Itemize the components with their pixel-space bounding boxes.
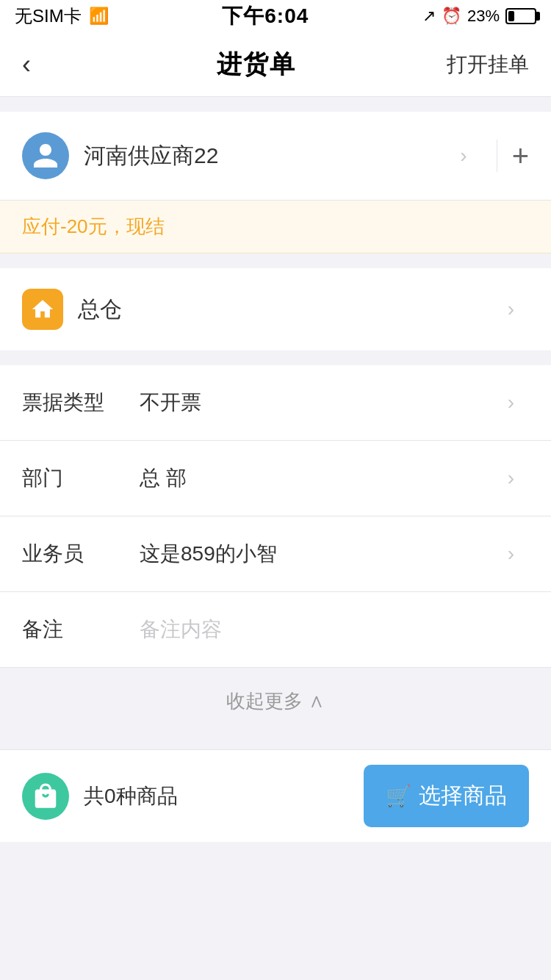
status-bar: 无SIM卡 📶 下午6:04 ↗ ⏰ 23% (0, 0, 551, 32)
section-gap-3 (0, 350, 551, 365)
collapse-button[interactable]: 收起更多 ∧ (0, 668, 551, 735)
remark-row[interactable]: 备注 备注内容 (0, 592, 551, 668)
department-label: 部门 (22, 464, 125, 492)
warehouse-chevron-icon: › (508, 298, 514, 321)
notice-bar: 应付-20元，现结 (0, 201, 551, 253)
product-count-label: 共0种商品 (84, 782, 364, 810)
department-chevron-icon: › (508, 466, 514, 490)
alarm-icon: ⏰ (442, 7, 461, 26)
person-icon (31, 141, 60, 170)
battery-percent: 23% (467, 7, 500, 26)
open-pending-button[interactable]: 打开挂单 (447, 51, 529, 79)
notice-text: 应付-20元，现结 (22, 215, 165, 237)
remark-input[interactable]: 备注内容 (140, 616, 529, 644)
add-supplier-button[interactable]: + (512, 140, 529, 173)
salesperson-value: 这是859的小智 (140, 540, 508, 568)
form-section: 票据类型 不开票 › 部门 总 部 › 业务员 这是859的小智 › 备注 备注… (0, 365, 551, 668)
select-product-button[interactable]: 🛒 选择商品 (364, 765, 529, 827)
supplier-chevron-icon: › (460, 144, 467, 167)
section-gap-2 (0, 253, 551, 268)
section-gap-1 (0, 97, 551, 112)
department-value: 总 部 (140, 464, 508, 492)
battery-icon (505, 8, 536, 24)
warehouse-section[interactable]: 总仓 › (0, 268, 551, 350)
product-icon (22, 773, 69, 820)
page-title: 进货单 (217, 48, 296, 82)
warehouse-row[interactable]: 总仓 › (0, 268, 551, 350)
invoice-chevron-icon: › (508, 391, 514, 414)
time-label: 下午6:04 (222, 2, 309, 30)
warehouse-name: 总仓 (78, 295, 508, 325)
remark-label: 备注 (22, 616, 125, 644)
supplier-avatar (22, 132, 69, 179)
invoice-label: 票据类型 (22, 389, 125, 417)
wifi-icon: 📶 (89, 7, 109, 26)
salesperson-chevron-icon: › (508, 542, 514, 566)
status-left: 无SIM卡 📶 (15, 4, 109, 28)
nav-bar: ‹ 进货单 打开挂单 (0, 32, 551, 97)
collapse-label: 收起更多 ∧ (226, 690, 324, 712)
salesperson-row[interactable]: 业务员 这是859的小智 › (0, 516, 551, 592)
salesperson-label: 业务员 (22, 540, 125, 568)
battery-fill (508, 11, 514, 21)
status-right: ↗ ⏰ 23% (422, 7, 536, 26)
select-btn-label: 选择商品 (419, 781, 507, 811)
invoice-value: 不开票 (140, 389, 508, 417)
bottom-bar: 共0种商品 🛒 选择商品 (0, 749, 551, 842)
warehouse-icon (22, 289, 63, 330)
supplier-section: 河南供应商22 › + 应付-20元，现结 (0, 112, 551, 253)
supplier-divider (497, 140, 497, 172)
select-btn-icon: 🛒 (386, 784, 411, 808)
location-icon: ↗ (422, 7, 436, 26)
back-button[interactable]: ‹ (22, 49, 66, 80)
invoice-row[interactable]: 票据类型 不开票 › (0, 365, 551, 441)
department-row[interactable]: 部门 总 部 › (0, 441, 551, 516)
house-icon (30, 297, 55, 322)
supplier-name: 河南供应商22 (84, 141, 460, 171)
section-gap-4 (0, 735, 551, 749)
carrier-label: 无SIM卡 (15, 4, 82, 28)
shopping-bag-icon (32, 782, 60, 810)
supplier-row[interactable]: 河南供应商22 › + (0, 112, 551, 201)
